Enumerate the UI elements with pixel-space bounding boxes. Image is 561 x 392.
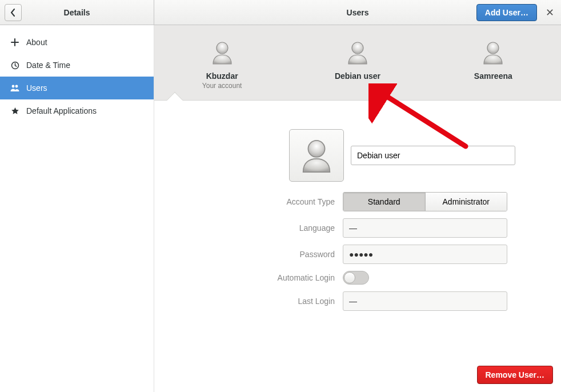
lastlogin-field[interactable]: — [343,291,507,311]
language-label: Language [177,223,343,233]
language-field[interactable]: — [343,218,507,238]
user-card-kbuzdar[interactable]: Kbuzdar Your account [179,39,265,90]
language-value: — [349,223,357,233]
chevron-left-icon [10,9,16,17]
remove-user-button[interactable]: Remove User… [477,366,554,384]
user-name: Kbuzdar [179,71,265,81]
autologin-label: Automatic Login [177,273,343,282]
clock-icon [10,61,19,70]
password-label: Password [177,250,343,259]
account-type-admin[interactable]: Administrator [425,193,507,211]
sidebar-item-label: Default Applications [26,106,97,115]
back-button[interactable] [5,4,22,21]
avatar-icon [296,135,336,175]
user-card-debian-user[interactable]: Debian user [315,39,400,90]
people-icon [10,83,19,93]
password-field[interactable]: ●●●●● [343,245,507,264]
details-title: Details [0,8,154,17]
autologin-switch[interactable] [343,271,369,285]
headerbar: Details Users Add User… ✕ [0,0,561,25]
close-button[interactable]: ✕ [543,6,556,19]
star-icon [10,106,19,115]
add-user-button[interactable]: Add User… [476,4,537,21]
name-input[interactable] [351,146,515,165]
sidebar-item-about[interactable]: About [0,31,154,54]
lastlogin-value: — [349,297,357,306]
sidebar-item-default-apps[interactable]: Default Applications [0,99,154,122]
content: Kbuzdar Your account Debian user Samreen… [154,25,561,392]
close-icon: ✕ [546,6,554,19]
user-name: Debian user [315,71,400,81]
switch-knob [344,272,355,283]
sidebar-item-label: Users [26,83,47,93]
header-right: Users Add User… ✕ [154,0,561,25]
avatar-button[interactable] [289,129,344,182]
detail-pane: Account Type Standard Administrator Lang… [154,101,561,392]
user-sub: Your account [179,82,265,90]
password-value: ●●●●● [349,250,373,259]
user-name: Samreena [450,71,536,81]
sidebar: About Date & Time Users Default Applicat… [0,25,154,392]
user-card-samreena[interactable]: Samreena [450,39,536,90]
sidebar-item-label: Date & Time [26,61,70,70]
account-type-segmented: Standard Administrator [343,192,507,211]
sidebar-item-users[interactable]: Users [0,77,154,99]
avatar-icon [209,39,236,66]
lastlogin-label: Last Login [177,297,343,306]
plus-icon [10,38,19,47]
avatar-icon [344,39,371,66]
svg-point-2 [12,85,15,88]
svg-point-3 [15,85,18,88]
sidebar-item-label: About [26,38,47,47]
avatar-icon [479,39,507,66]
sidebar-item-datetime[interactable]: Date & Time [0,54,154,77]
user-strip: Kbuzdar Your account Debian user Samreen… [154,25,561,101]
account-type-standard[interactable]: Standard [343,193,425,211]
account-type-label: Account Type [177,197,343,206]
header-left: Details [0,0,154,25]
